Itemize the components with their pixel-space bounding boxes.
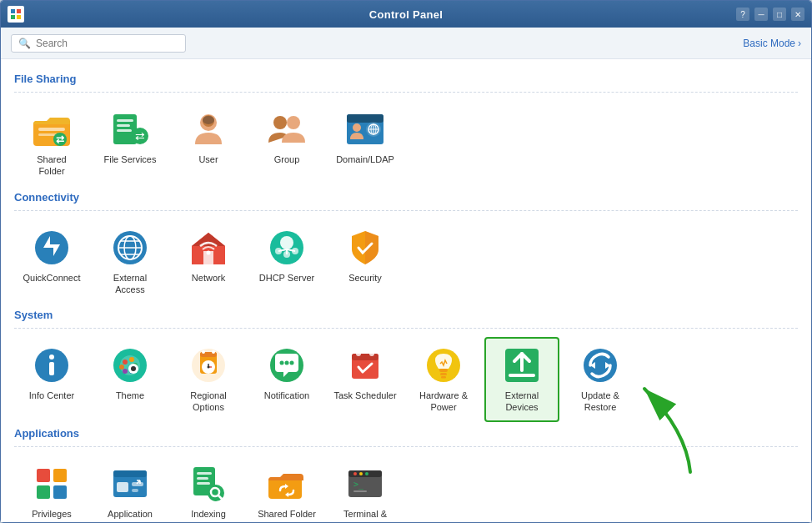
- terminal-snmp-icon: >_: [345, 464, 385, 504]
- system-label: System: [14, 309, 798, 321]
- connectivity-grid: QuickConnect External Access: [14, 219, 798, 304]
- svg-point-38: [207, 250, 211, 254]
- svg-point-76: [369, 351, 374, 356]
- svg-point-107: [353, 472, 357, 475]
- svg-rect-78: [439, 369, 448, 372]
- icon-item-dhcp-server[interactable]: DHCP Server: [249, 219, 324, 304]
- file-sharing-label: File Sharing: [14, 73, 798, 85]
- user-icon: [188, 109, 228, 149]
- icon-item-security[interactable]: Security: [328, 219, 403, 304]
- titlebar-left: [8, 6, 24, 23]
- icon-item-theme[interactable]: Theme: [93, 337, 168, 422]
- svg-rect-3: [17, 15, 21, 19]
- svg-rect-94: [132, 489, 138, 492]
- domain-ldap-label: Domain/LDAP: [336, 153, 394, 165]
- shared-folder-sync-icon: [267, 464, 307, 504]
- svg-rect-80: [441, 376, 446, 379]
- user-label: User: [198, 153, 218, 165]
- icon-item-quickconnect[interactable]: QuickConnect: [14, 219, 89, 304]
- icon-item-file-services[interactable]: ⇄ File Services: [93, 101, 168, 186]
- svg-rect-91: [113, 470, 147, 477]
- icon-item-external-access[interactable]: External Access: [93, 219, 168, 304]
- svg-rect-82: [509, 374, 535, 377]
- info-center-icon: [32, 345, 72, 385]
- svg-rect-49: [49, 362, 54, 375]
- svg-point-71: [285, 361, 289, 365]
- svg-rect-89: [53, 485, 67, 499]
- applications-label: Applications: [14, 427, 798, 440]
- close-button[interactable]: ✕: [791, 8, 804, 21]
- task-scheduler-icon: [345, 345, 385, 385]
- shared-folder-sync-label: Shared FolderSync: [258, 508, 316, 522]
- svg-rect-0: [11, 9, 15, 13]
- security-icon: [345, 228, 385, 268]
- file-sharing-divider: [14, 92, 798, 93]
- icon-item-shared-folder-sync[interactable]: Shared FolderSync: [249, 455, 324, 522]
- applications-divider: [14, 446, 798, 447]
- basic-mode-button[interactable]: Basic Mode ›: [743, 38, 801, 49]
- dhcp-server-icon: [267, 228, 307, 268]
- svg-point-17: [203, 116, 214, 124]
- icon-item-task-scheduler[interactable]: Task Scheduler: [328, 337, 403, 422]
- icon-item-info-center[interactable]: Info Center: [14, 337, 89, 422]
- group-icon: [267, 109, 307, 149]
- icon-item-external-devices[interactable]: ExternalDevices: [484, 337, 559, 422]
- file-services-icon: ⇄: [110, 109, 150, 149]
- hardware-power-label: Hardware &Power: [419, 390, 468, 414]
- search-box[interactable]: 🔍: [11, 34, 186, 53]
- svg-point-48: [49, 355, 54, 360]
- privileges-icon: [32, 464, 72, 504]
- titlebar: Control Panel ? ─ □ ✕: [1, 1, 811, 28]
- external-devices-label: ExternalDevices: [505, 390, 539, 414]
- svg-point-27: [353, 123, 361, 132]
- svg-rect-5: [38, 128, 65, 131]
- minimize-button[interactable]: ─: [754, 8, 768, 21]
- icon-item-notification[interactable]: Notification: [249, 337, 324, 422]
- help-button[interactable]: ?: [736, 8, 749, 21]
- content-area: File Sharing ⇄ SharedFolder: [1, 59, 811, 522]
- connectivity-divider: [14, 210, 798, 211]
- icon-item-update-restore[interactable]: Update &Restore: [563, 337, 638, 422]
- theme-icon: [110, 345, 150, 385]
- svg-rect-96: [197, 472, 212, 475]
- quickconnect-icon: [32, 228, 72, 268]
- group-label: Group: [274, 153, 300, 165]
- svg-point-63: [202, 350, 205, 354]
- indexing-service-label: IndexingService: [191, 508, 226, 522]
- system-divider: [14, 328, 798, 329]
- icon-item-user[interactable]: User: [171, 101, 246, 186]
- icon-item-privileges[interactable]: Privileges: [14, 455, 89, 522]
- svg-rect-97: [197, 477, 208, 480]
- search-input[interactable]: [36, 38, 178, 49]
- security-label: Security: [348, 272, 382, 284]
- svg-point-68: [208, 366, 210, 369]
- svg-rect-98: [197, 482, 210, 485]
- hardware-power-icon: [424, 345, 464, 385]
- svg-rect-2: [11, 15, 15, 19]
- icon-item-domain-ldap[interactable]: Domain/LDAP: [328, 101, 403, 186]
- icon-item-indexing-service[interactable]: IndexingService: [171, 455, 246, 522]
- icon-item-application-portal[interactable]: ApplicationPortal: [93, 455, 168, 522]
- svg-point-53: [129, 357, 134, 362]
- icon-item-regional-options[interactable]: RegionalOptions: [171, 337, 246, 422]
- network-icon: [188, 228, 228, 268]
- svg-point-18: [273, 116, 287, 129]
- system-grid: Info Center: [14, 337, 798, 422]
- icon-item-terminal-snmp[interactable]: >_ Terminal &SNMP: [328, 455, 403, 522]
- icon-item-shared-folder[interactable]: ⇄ SharedFolder: [14, 101, 89, 186]
- icon-item-hardware-power[interactable]: Hardware &Power: [406, 337, 481, 422]
- domain-ldap-icon: [345, 109, 385, 149]
- network-label: Network: [192, 272, 225, 284]
- svg-point-64: [212, 350, 215, 354]
- theme-label: Theme: [116, 390, 144, 401]
- svg-rect-12: [117, 129, 132, 132]
- icon-item-group[interactable]: Group: [249, 101, 324, 186]
- titlebar-controls: ? ─ □ ✕: [736, 8, 804, 21]
- update-restore-icon: [580, 345, 620, 385]
- svg-rect-1: [17, 9, 21, 13]
- svg-text:⇄: ⇄: [135, 129, 145, 143]
- notification-label: Notification: [264, 390, 309, 401]
- icon-item-network[interactable]: Network: [171, 219, 246, 304]
- external-devices-icon: [502, 345, 542, 385]
- maximize-button[interactable]: □: [773, 8, 786, 21]
